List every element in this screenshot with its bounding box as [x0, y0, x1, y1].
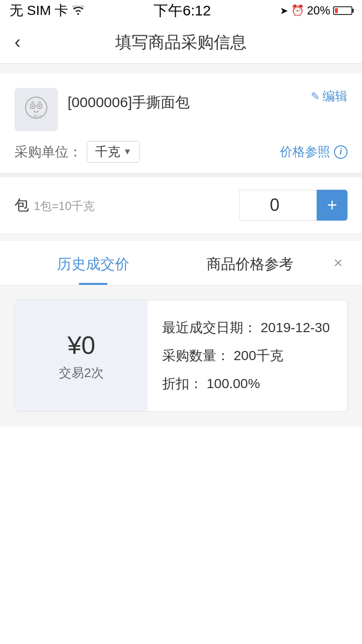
recent-date-row: 最近成交日期： 2019-12-30 [162, 318, 333, 338]
status-time: 下午6:12 [153, 1, 210, 21]
battery-percent: 20% [307, 4, 330, 17]
chevron-down-icon: ▼ [123, 147, 132, 157]
product-left: 数计 [0000006]手撕面包 [14, 88, 190, 131]
status-bar: 无 SIM 卡 下午6:12 ➤ ⏰ 20% [0, 0, 362, 21]
edit-button[interactable]: ✎ 编辑 [311, 88, 348, 105]
product-section: 数计 [0000006]手撕面包 ✎ 编辑 采购单位： 千克 ▼ 价格参照 [0, 73, 362, 172]
back-button[interactable]: ‹ [10, 27, 26, 57]
unit-conversion: 1包=10千克 [34, 198, 95, 214]
nav-bar: ‹ 填写商品采购信息 [0, 21, 362, 64]
svg-text:数计: 数计 [34, 114, 42, 119]
page-title: 填写商品采购信息 [115, 31, 247, 54]
quantity-plus-button[interactable]: + [317, 190, 348, 221]
price-card-section: ¥0 交易2次 最近成交日期： 2019-12-30 采购数量： 200千克 折… [0, 285, 362, 426]
tab-underline [79, 283, 108, 285]
product-unit-row: 采购单位： 千克 ▼ 价格参照 i [14, 141, 348, 163]
tab-section: 历史成交价 商品价格参考 × ¥0 交易2次 最近成交日期： 2019-12-3… [0, 241, 362, 426]
battery-fill [335, 8, 338, 13]
svg-point-4 [39, 105, 41, 107]
price-value: ¥0 [68, 331, 96, 360]
price-card: ¥0 交易2次 最近成交日期： 2019-12-30 采购数量： 200千克 折… [14, 300, 348, 412]
quantity-row: 采购数量： 200千克 [162, 346, 333, 366]
price-ref-button[interactable]: 价格参照 i [280, 143, 348, 160]
unit-big-label: 包 [14, 196, 29, 215]
quantity-input[interactable] [239, 190, 317, 221]
alarm-icon: ⏰ [291, 4, 304, 17]
tab-history-price[interactable]: 历史成交价 [14, 241, 172, 285]
price-card-right: 最近成交日期： 2019-12-30 采购数量： 200千克 折扣： 100.0… [148, 300, 347, 411]
product-info: [0000006]手撕面包 [68, 88, 190, 112]
unit-label: 采购单位： [14, 143, 82, 161]
svg-point-3 [32, 105, 34, 107]
status-carrier: 无 SIM 卡 [10, 1, 84, 20]
discount-row: 折扣： 100.00% [162, 374, 333, 394]
product-name: [0000006]手撕面包 [68, 93, 190, 112]
quantity-section: 包 1包=10千克 + [0, 173, 362, 233]
tab-header: 历史成交价 商品价格参考 × [0, 241, 362, 285]
product-header: 数计 [0000006]手撕面包 ✎ 编辑 [14, 88, 348, 131]
location-icon: ➤ [280, 5, 288, 16]
product-thumbnail: 数计 [14, 88, 58, 131]
battery-icon [333, 6, 352, 15]
status-right: ➤ ⏰ 20% [280, 4, 352, 17]
info-icon: i [334, 145, 348, 159]
price-card-left: ¥0 交易2次 [15, 300, 148, 411]
edit-icon: ✎ [311, 90, 320, 103]
unit-info: 包 1包=10千克 [14, 196, 239, 215]
quantity-controls: + [239, 190, 348, 221]
product-image-icon: 数计 [24, 96, 48, 124]
empty-content-area [0, 426, 362, 644]
tab-product-price-ref[interactable]: 商品价格参考 [172, 241, 329, 285]
trade-count: 交易2次 [59, 364, 103, 381]
tab-close-button[interactable]: × [329, 249, 348, 277]
carrier-text: 无 SIM 卡 [10, 1, 68, 20]
wifi-icon [72, 3, 84, 18]
unit-select[interactable]: 千克 ▼ [87, 141, 140, 163]
